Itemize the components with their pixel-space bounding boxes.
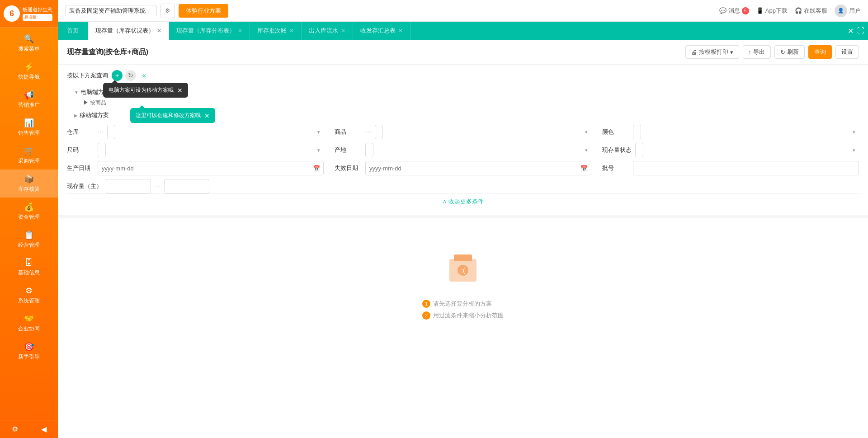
production-date-icon[interactable]: 📅: [313, 165, 320, 172]
content: 现存量查询(按仓库+商品) 🖨 按模板打印 ▾ ↑ 导出 ↻ 刷新 查询: [58, 40, 868, 438]
tab-inventory-status[interactable]: 现存量（库存状况表） ✕: [88, 22, 169, 40]
scheme-group-desktop-title[interactable]: ▼ 电脑端方案: [74, 86, 859, 98]
settings-btn[interactable]: 设置: [835, 45, 859, 59]
size-select[interactable]: [98, 143, 106, 157]
collapse-arrow-icon: ∧: [442, 198, 447, 205]
expiry-date-input[interactable]: [365, 161, 591, 175]
tab-home[interactable]: 首页: [58, 22, 88, 40]
inventory-min-input[interactable]: [106, 179, 151, 193]
sidebar-item-purchase[interactable]: 🛒 采购管理: [0, 141, 58, 170]
origin-select-wrapper: [365, 143, 591, 157]
warehouse-select[interactable]: [107, 125, 115, 139]
tab-bar: 首页 现存量（库存状况表） ✕ 现存量（库存分布表） ✕ 库存批次账 ✕ 出入库…: [58, 22, 868, 40]
industry-btn[interactable]: 体验行业方案: [179, 4, 228, 18]
top-header-left: 装备及固定资产辅助管理系统 ⚙ 体验行业方案: [65, 4, 228, 18]
filter-label: 按以下方案查询: [67, 71, 108, 80]
collapse-bar[interactable]: ∧ 收起更多条件: [67, 193, 859, 209]
batch-input[interactable]: [633, 161, 859, 175]
print-btn[interactable]: 🖨 按模板打印 ▾: [685, 45, 739, 59]
expiry-date-icon[interactable]: 📅: [580, 165, 588, 172]
add-scheme-btn[interactable]: +: [112, 70, 123, 81]
logo-icon: 6: [4, 5, 20, 22]
operations-icon: 📋: [24, 230, 34, 240]
support-item[interactable]: 🎧 在线客服: [795, 7, 827, 15]
sidebar-item-basic[interactable]: 🗄 基础信息: [0, 254, 58, 281]
production-date-input[interactable]: [98, 161, 324, 175]
tab-maximize-btn[interactable]: ⛶: [857, 27, 864, 35]
svg-rect-1: [454, 254, 472, 261]
sidebar-item-cooperation[interactable]: 🤝 企业协同: [0, 309, 58, 337]
back-scheme-btn[interactable]: «: [139, 70, 150, 81]
filter-actions: + ↻ «: [112, 70, 150, 81]
sidebar-item-operations[interactable]: 📋 经营管理: [0, 226, 58, 254]
range-separator: —: [155, 183, 160, 190]
app-download-item[interactable]: 📱 App下载: [756, 7, 788, 15]
sidebar-item-marketing[interactable]: 📢 营销推广: [0, 85, 58, 113]
origin-select[interactable]: [365, 143, 373, 157]
sidebar-item-newbie[interactable]: 🎯 新手引导: [0, 337, 58, 365]
production-date-label: 生产日期: [67, 164, 94, 172]
sidebar-item-quick[interactable]: ⚡ 快捷导航: [0, 57, 58, 85]
filter-area: 按以下方案查询 + ↻ « 电脑方案可设为移动方案哦 ✕ 这里可以创建和修改方案…: [58, 65, 868, 215]
sidebar-item-inventory[interactable]: 📦 库存核算: [0, 170, 58, 198]
filter-goods-row: 商品 ···: [335, 125, 591, 139]
filter-grid-row3: 生产日期 📅 失效日期 📅: [67, 161, 859, 175]
add-tooltip-close-btn[interactable]: ✕: [177, 87, 183, 94]
color-select[interactable]: [633, 125, 641, 139]
collapse-sidebar-btn[interactable]: ◀: [41, 425, 47, 433]
goods-select-wrapper: [375, 125, 591, 139]
query-btn[interactable]: 查询: [808, 45, 832, 59]
scheme-item-goods[interactable]: ▶ 按商品: [83, 98, 859, 108]
tab-close-inventory-status[interactable]: ✕: [157, 28, 161, 34]
empty-state: :( 1 请先选择要分析的方案 2 用过滤条件来缩小分析范围: [58, 218, 868, 350]
scheme-group-arrow: ▼: [74, 90, 79, 95]
tab-close-inventory-batch[interactable]: ✕: [289, 28, 294, 34]
export-icon: ↑: [749, 49, 752, 56]
sidebar-bottom: ⚙ ◀: [0, 420, 58, 438]
filter-origin-row: 产地: [335, 143, 591, 157]
sidebar-item-sales[interactable]: 📊 销售管理: [0, 113, 58, 141]
tab-inventory-dist[interactable]: 现存量（库存分布表） ✕: [169, 22, 250, 40]
refresh-scheme-btn[interactable]: ↻: [125, 70, 136, 81]
message-icon: 💬: [719, 7, 726, 14]
export-btn[interactable]: ↑ 导出: [743, 45, 771, 59]
tab-close-all-btn[interactable]: ✕: [848, 27, 854, 35]
scheme-group-mobile-arrow: ▶: [74, 113, 78, 118]
refresh-btn[interactable]: ↻ 刷新: [774, 45, 805, 59]
filter-production-date-row: 生产日期 📅: [67, 161, 324, 175]
tab-close-inout-flow[interactable]: ✕: [341, 28, 345, 34]
tab-inventory-batch[interactable]: 库存批次账 ✕: [250, 22, 302, 40]
size-label: 尺码: [67, 146, 94, 154]
page-header-actions: 🖨 按模板打印 ▾ ↑ 导出 ↻ 刷新 查询 设置: [685, 45, 859, 59]
tab-collect-summary[interactable]: 收发存汇总表 ✕: [353, 22, 410, 40]
goods-select[interactable]: [375, 125, 383, 139]
filter-color-row: 颜色: [602, 125, 859, 139]
user-item[interactable]: 👤 用户: [835, 5, 861, 17]
tab-close-inventory-dist[interactable]: ✕: [238, 28, 242, 34]
edit-tip-close-btn[interactable]: ✕: [204, 112, 210, 119]
filter-batch-row: 批号: [602, 161, 859, 175]
sidebar-item-system[interactable]: ⚙ 系统管理: [0, 281, 58, 309]
warehouse-label: 仓库: [67, 128, 94, 136]
filter-grid-row1: 仓库 ··· 商品 ···: [67, 125, 859, 139]
sidebar-item-search[interactable]: 🔍 搜索菜单: [0, 29, 58, 57]
system-select[interactable]: 装备及固定资产辅助管理系统: [65, 5, 157, 16]
inventory-max-input[interactable]: [164, 179, 209, 193]
cooperation-icon: 🤝: [24, 314, 34, 324]
gear-button[interactable]: ⚙: [160, 4, 175, 18]
edit-scheme-tip: 这里可以创建和修改方案哦 ✕: [130, 108, 215, 123]
message-item[interactable]: 💬 消息 6: [719, 7, 749, 15]
goods-dots: ···: [365, 128, 371, 136]
gear-icon: ⚙: [165, 7, 170, 14]
sidebar-item-finance[interactable]: 💰 资金管理: [0, 198, 58, 226]
filter-inventory-status-row: 现存量状态: [602, 143, 859, 157]
filter-header: 按以下方案查询 + ↻ « 电脑方案可设为移动方案哦 ✕: [67, 70, 859, 81]
inventory-status-select[interactable]: [635, 143, 643, 157]
tab-close-collect-summary[interactable]: ✕: [398, 28, 403, 34]
filter-size-row: 尺码: [67, 143, 324, 157]
settings-bottom-btn[interactable]: ⚙: [12, 425, 18, 433]
warehouse-select-wrapper: [107, 125, 324, 139]
top-header-right: 💬 消息 6 📱 App下载 🎧 在线客服 👤 用户: [719, 5, 861, 17]
logo-text: 畅通道好生意 标准版: [23, 6, 52, 20]
tab-inout-flow[interactable]: 出入库流水 ✕: [302, 22, 353, 40]
